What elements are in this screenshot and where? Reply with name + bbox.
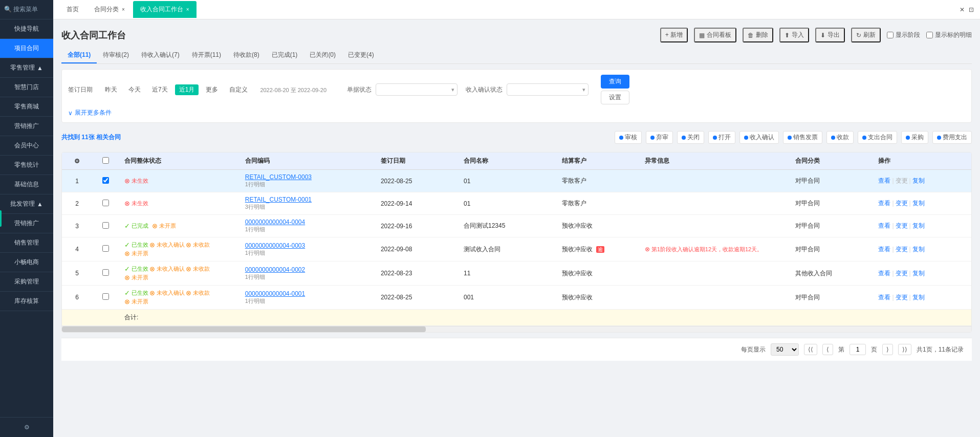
sidebar-item-xiaochang[interactable]: 小畅电商 bbox=[0, 253, 53, 272]
action-btn-close[interactable]: 关闭 bbox=[677, 131, 704, 144]
add-button[interactable]: + 新增 bbox=[660, 28, 688, 42]
doc-status-select[interactable] bbox=[376, 83, 458, 96]
copy-btn[interactable]: 复制 bbox=[912, 222, 925, 229]
row-checkbox[interactable] bbox=[102, 293, 109, 300]
expand-more-btn[interactable]: ∨ 展开更多条件 bbox=[68, 108, 112, 117]
sidebar-item-smart-store[interactable]: 智慧门店 bbox=[0, 78, 53, 97]
sidebar-settings[interactable]: ⚙ bbox=[0, 417, 53, 437]
action-btn-expense-contract[interactable]: 支出合同 bbox=[858, 131, 897, 144]
action-btn-cost-out[interactable]: 费用支出 bbox=[932, 131, 972, 144]
copy-btn[interactable]: 复制 bbox=[912, 200, 925, 207]
first-page-btn[interactable]: ⟨⟨ bbox=[804, 344, 817, 355]
row-checkbox[interactable] bbox=[102, 222, 109, 229]
next-page-btn[interactable]: ⟩ bbox=[882, 344, 893, 355]
sidebar-item-inventory[interactable]: 库存核算 bbox=[0, 292, 53, 311]
scrollbar-thumb[interactable] bbox=[62, 326, 426, 332]
show-detail-checkbox[interactable]: 显示标的明细 bbox=[926, 31, 972, 39]
contract-code-link[interactable]: 0000000000004-0004 bbox=[245, 218, 371, 226]
sidebar-item-sales-mgmt[interactable]: 销售管理 bbox=[0, 233, 53, 253]
copy-btn[interactable]: 复制 bbox=[912, 246, 925, 253]
action-btn-abandon[interactable]: 弃审 bbox=[646, 131, 673, 144]
sidebar-item-marketing2[interactable]: 营销推广 bbox=[0, 214, 53, 233]
sidebar-item-retail-mgmt[interactable]: 零售管理 ▲ bbox=[0, 58, 53, 78]
date-opt-yesterday[interactable]: 昨天 bbox=[101, 84, 121, 95]
row-checkbox[interactable] bbox=[102, 200, 109, 206]
tab-contract-cat[interactable]: 合同分类 × bbox=[87, 1, 132, 18]
status-tab-pending-payment[interactable]: 待收款(8) bbox=[227, 48, 266, 63]
contract-code-link[interactable]: 0000000000004-0002 bbox=[245, 266, 371, 273]
action-btn-receive-payment[interactable]: 收款 bbox=[826, 131, 854, 144]
contract-code-link[interactable]: 0000000000004-0003 bbox=[245, 242, 371, 249]
import-button[interactable]: ⬆ 导入 bbox=[779, 28, 809, 42]
change-btn[interactable]: 变更 bbox=[896, 246, 908, 253]
row-checkbox[interactable] bbox=[102, 177, 109, 184]
prev-page-btn[interactable]: ⟨ bbox=[822, 344, 833, 355]
th-settings[interactable]: ⚙ bbox=[62, 152, 92, 170]
action-btn-income-confirm[interactable]: 收入确认 bbox=[739, 131, 779, 144]
copy-btn[interactable]: 复制 bbox=[912, 294, 925, 301]
select-all-checkbox[interactable] bbox=[102, 157, 109, 164]
status-tab-pending-invoice[interactable]: 待开票(11) bbox=[186, 48, 227, 63]
kanban-button[interactable]: ▦ 合同看板 bbox=[694, 28, 736, 42]
tab-close-income-workbench[interactable]: × bbox=[186, 7, 189, 12]
copy-btn[interactable]: 复制 bbox=[912, 177, 925, 184]
view-btn[interactable]: 查看 bbox=[878, 270, 890, 277]
query-button[interactable]: 查询 bbox=[601, 75, 629, 89]
status-tab-closed[interactable]: 已关闭(0) bbox=[303, 48, 342, 63]
sidebar-item-base-info[interactable]: 基础信息 bbox=[0, 175, 53, 194]
date-opt-last7[interactable]: 近7天 bbox=[148, 84, 172, 95]
date-opt-today[interactable]: 今天 bbox=[124, 84, 145, 95]
action-btn-purchase[interactable]: 采购 bbox=[901, 131, 928, 144]
change-btn[interactable]: 变更 bbox=[896, 222, 908, 229]
view-btn[interactable]: 查看 bbox=[878, 222, 890, 229]
table-scrollbar[interactable] bbox=[62, 326, 971, 332]
export-button[interactable]: ⬇ 导出 bbox=[815, 28, 845, 42]
action-btn-review[interactable]: 审核 bbox=[615, 131, 642, 144]
sidebar-item-member[interactable]: 会员中心 bbox=[0, 136, 53, 156]
sidebar-nav-quick[interactable]: 快捷导航 bbox=[0, 19, 53, 39]
contract-code-link[interactable]: 0000000000004-0001 bbox=[245, 290, 371, 297]
change-btn[interactable]: 变更 bbox=[896, 294, 908, 301]
status-tab-pending-review[interactable]: 待审核(2) bbox=[97, 48, 135, 63]
view-btn[interactable]: 查看 bbox=[878, 294, 890, 301]
row-checkbox[interactable] bbox=[102, 245, 109, 252]
sidebar-item-retail-mall[interactable]: 零售商城 bbox=[0, 97, 53, 117]
refresh-button[interactable]: ↻ 刷新 bbox=[851, 28, 881, 42]
row-checkbox[interactable] bbox=[102, 269, 109, 276]
sidebar-item-purchase[interactable]: 采购管理 bbox=[0, 272, 53, 292]
sidebar-item-retail-stat[interactable]: 零售统计 bbox=[0, 156, 53, 175]
show-fields-checkbox[interactable]: 显示阶段 bbox=[887, 31, 920, 39]
income-confirm-select[interactable] bbox=[507, 83, 589, 96]
status-tab-all[interactable]: 全部(11) bbox=[61, 48, 97, 63]
status-tab-pending-income[interactable]: 待收入确认(7) bbox=[135, 48, 186, 63]
change-btn[interactable]: 变更 bbox=[896, 177, 908, 184]
window-maximize-btn[interactable]: ⊡ bbox=[969, 6, 974, 13]
sidebar-item-marketing[interactable]: 营销推广 bbox=[0, 117, 53, 136]
change-btn[interactable]: 变更 bbox=[896, 200, 908, 207]
delete-button[interactable]: 🗑 删除 bbox=[743, 28, 773, 42]
sidebar-item-batch-mgmt[interactable]: 批发管理 ▲ bbox=[0, 194, 53, 214]
date-opt-last1m[interactable]: 近1月 bbox=[175, 84, 199, 95]
per-page-select[interactable]: 50 100 bbox=[771, 343, 799, 356]
status-tab-changed[interactable]: 已变更(4) bbox=[342, 48, 380, 63]
contract-code-link[interactable]: RETAIL_CUSTOM-0001 bbox=[245, 196, 371, 203]
view-btn[interactable]: 查看 bbox=[878, 177, 890, 184]
sidebar-search[interactable]: 🔍 搜索菜单 bbox=[0, 0, 53, 19]
change-btn[interactable]: 变更 bbox=[896, 270, 908, 277]
tab-income-workbench[interactable]: 收入合同工作台 × bbox=[133, 1, 197, 18]
action-btn-open[interactable]: 打开 bbox=[708, 131, 735, 144]
copy-btn[interactable]: 复制 bbox=[912, 270, 925, 277]
tab-close-contract-cat[interactable]: × bbox=[122, 7, 125, 12]
settings-button[interactable]: 设置 bbox=[601, 91, 629, 104]
date-opt-custom[interactable]: 自定义 bbox=[225, 84, 252, 95]
contract-code-link[interactable]: RETAIL_CUSTOM-0003 bbox=[245, 173, 371, 181]
view-btn[interactable]: 查看 bbox=[878, 200, 890, 207]
action-btn-sales-invoice[interactable]: 销售发票 bbox=[783, 131, 822, 144]
tab-home[interactable]: 首页 bbox=[59, 1, 86, 18]
view-btn[interactable]: 查看 bbox=[878, 246, 890, 253]
date-opt-more[interactable]: 更多 bbox=[202, 84, 222, 95]
last-page-btn[interactable]: ⟩⟩ bbox=[898, 344, 911, 355]
status-tab-completed[interactable]: 已完成(1) bbox=[266, 48, 304, 63]
sidebar-item-project[interactable]: 项目合同 bbox=[0, 39, 53, 58]
window-close-btn[interactable]: ✕ bbox=[960, 6, 965, 13]
